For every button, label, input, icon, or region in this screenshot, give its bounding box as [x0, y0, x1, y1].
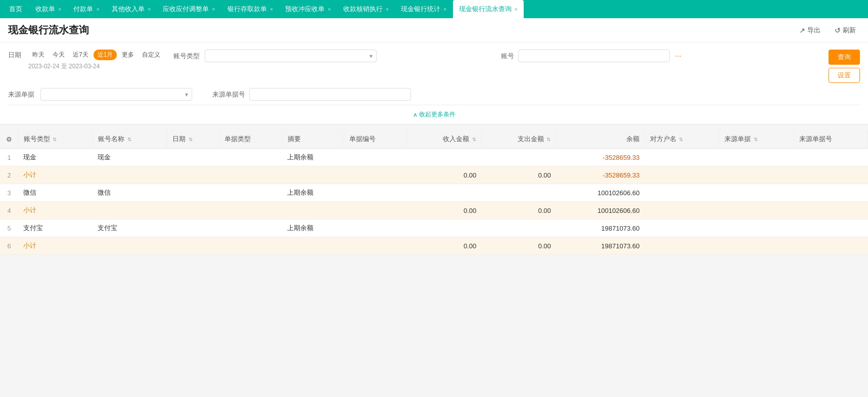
date-7days-btn[interactable]: 近7天: [70, 50, 92, 60]
row-source-doc: [719, 166, 794, 184]
source-doc-no-label: 来源单据号: [212, 90, 245, 99]
col-account-name[interactable]: 账号名称 ⇅: [93, 130, 167, 149]
account-no-ellipsis-icon[interactable]: ···: [673, 52, 683, 61]
col-summary[interactable]: 摘要: [282, 130, 344, 149]
row-doc-type: [219, 184, 282, 202]
nav-tab-5[interactable]: 预收冲应收单 ×: [279, 0, 337, 18]
col-doc-type[interactable]: 单据类型: [219, 130, 282, 149]
row-counterparty: [645, 237, 719, 255]
row-income: [407, 149, 481, 166]
date-more-btn[interactable]: 更多: [119, 50, 137, 60]
source-doc-select[interactable]: [40, 88, 192, 101]
col-expense[interactable]: 支出金额 ⇅: [481, 130, 556, 149]
col-doc-no[interactable]: 单据编号: [344, 130, 407, 149]
row-account-name: 微信: [93, 184, 167, 202]
row-income: [407, 184, 481, 202]
col-source-doc[interactable]: 来源单据 ⇅: [719, 130, 794, 149]
row-counterparty: [645, 184, 719, 202]
close-tab-4-icon[interactable]: ×: [270, 0, 273, 18]
nav-tab-8[interactable]: 现金银行流水查询 ×: [453, 0, 524, 18]
top-navigation: 首页 收款单 × 付款单 × 其他收入单 × 应收应付调整单 × 银行存取款单 …: [0, 0, 868, 18]
table-row: 3 微信 微信 上期余额 100102606.60: [0, 184, 868, 202]
table-row: 6 小计 0.00 0.00 19871073.60: [0, 237, 868, 255]
row-source-doc: [719, 202, 794, 219]
nav-tab-4[interactable]: 银行存取款单 ×: [221, 0, 279, 18]
date-today-btn[interactable]: 今天: [50, 50, 68, 60]
header-actions: ↗ 导出 ↺ 刷新: [795, 24, 860, 37]
settings-button[interactable]: 设置: [829, 68, 860, 83]
row-date: [167, 149, 219, 166]
refresh-button[interactable]: ↺ 刷新: [831, 24, 860, 37]
col-account-type[interactable]: 账号类型 ⇅: [18, 130, 93, 149]
account-type-label: 账号类型: [173, 52, 202, 61]
nav-tab-6[interactable]: 收款核销执行 ×: [337, 0, 395, 18]
row-balance: 100102606.60: [556, 202, 645, 219]
nav-tab-2[interactable]: 其他收入单 ×: [106, 0, 157, 18]
date-1month-btn[interactable]: 近1月: [94, 50, 117, 60]
source-doc-label: 来源单据: [8, 90, 36, 99]
nav-tab-0[interactable]: 收款单 ×: [29, 0, 67, 18]
data-table: ⚙ 账号类型 ⇅ 账号名称 ⇅ 日期 ⇅ 单据类型 摘要: [0, 130, 868, 255]
close-tab-2-icon[interactable]: ×: [148, 0, 151, 18]
table-row: 4 小计 0.00 0.00 100102606.60: [0, 202, 868, 219]
date-shortcuts: 昨天 今天 近7天 近1月 更多 自定义: [29, 50, 163, 60]
nav-tab-1[interactable]: 付款单 ×: [67, 0, 105, 18]
close-tab-5-icon[interactable]: ×: [328, 0, 331, 18]
nav-tab-7[interactable]: 现金银行统计 ×: [395, 0, 452, 18]
row-income: 0.00: [407, 237, 481, 255]
row-account-type: 小计: [18, 166, 93, 184]
row-account-name: [93, 166, 167, 184]
col-settings[interactable]: ⚙: [0, 130, 18, 149]
date-filter-label: 日期: [8, 51, 26, 60]
close-tab-6-icon[interactable]: ×: [386, 0, 389, 18]
row-account-name: [93, 237, 167, 255]
table-settings-icon[interactable]: ⚙: [6, 136, 12, 143]
col-counterparty[interactable]: 对方户名 ⇅: [645, 130, 719, 149]
refresh-icon: ↺: [835, 26, 841, 34]
row-account-type: 现金: [18, 149, 93, 166]
nav-tab-3[interactable]: 应收应付调整单 ×: [157, 0, 221, 18]
close-tab-7-icon[interactable]: ×: [443, 0, 446, 18]
sort-expense-icon: ⇅: [546, 137, 551, 142]
row-date: [167, 202, 219, 219]
row-balance: 100102606.60: [556, 184, 645, 202]
row-expense: [481, 219, 556, 237]
col-source-doc-no[interactable]: 来源单据号: [794, 130, 867, 149]
account-type-select[interactable]: [205, 50, 377, 62]
row-account-type: 微信: [18, 184, 93, 202]
table-body: 1 现金 现金 上期余额 -3528659.33 2 小计 0.00 0.00 …: [0, 149, 868, 255]
data-table-container: ⚙ 账号类型 ⇅ 账号名称 ⇅ 日期 ⇅ 单据类型 摘要: [0, 130, 868, 255]
close-tab-3-icon[interactable]: ×: [212, 0, 215, 18]
row-num-cell: 5: [0, 219, 18, 237]
row-date: [167, 184, 219, 202]
row-doc-no: [344, 149, 407, 166]
row-balance: -3528659.33: [556, 149, 645, 166]
row-account-type: 小计: [18, 237, 93, 255]
row-expense: 0.00: [481, 237, 556, 255]
row-counterparty: [645, 202, 719, 219]
query-button[interactable]: 查询: [829, 50, 860, 65]
sort-source-doc-icon: ⇅: [754, 137, 758, 142]
row-source-doc: [719, 237, 794, 255]
date-custom-btn[interactable]: 自定义: [139, 50, 163, 60]
col-balance[interactable]: 余额: [556, 130, 645, 149]
col-income[interactable]: 收入金额 ⇅: [407, 130, 481, 149]
row-source-doc-no: [794, 219, 867, 237]
collapse-icon: ∧: [413, 111, 418, 118]
sort-date-icon: ⇅: [189, 137, 193, 142]
row-source-doc-no: [794, 237, 867, 255]
source-doc-no-input[interactable]: [249, 88, 411, 101]
nav-home[interactable]: 首页: [2, 0, 29, 18]
row-summary: 上期余额: [282, 149, 344, 166]
row-counterparty: [645, 149, 719, 166]
row-balance: -3528659.33: [556, 166, 645, 184]
close-tab-1-icon[interactable]: ×: [96, 0, 99, 18]
row-summary: 上期余额: [282, 184, 344, 202]
close-tab-8-icon[interactable]: ×: [515, 0, 518, 18]
collapse-filter-btn[interactable]: ∧ 收起更多条件: [413, 110, 455, 119]
date-yesterday-btn[interactable]: 昨天: [29, 50, 48, 60]
account-no-input[interactable]: [518, 50, 670, 62]
export-button[interactable]: ↗ 导出: [795, 24, 825, 37]
close-tab-0-icon[interactable]: ×: [58, 0, 61, 18]
col-date[interactable]: 日期 ⇅: [167, 130, 219, 149]
